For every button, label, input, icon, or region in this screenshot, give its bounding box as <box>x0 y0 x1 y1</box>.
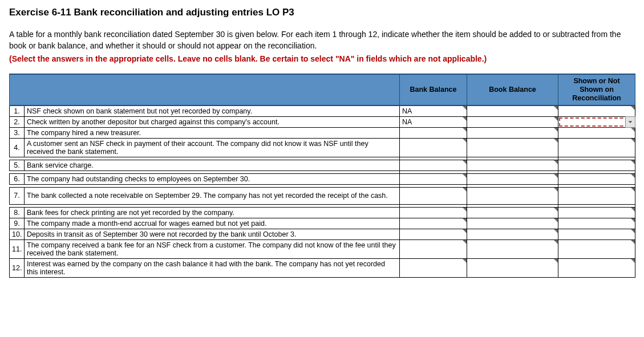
bank-balance-cell[interactable] <box>400 258 467 277</box>
shown-balance-cell[interactable] <box>558 138 635 157</box>
dropdown-indicator-icon <box>631 218 635 222</box>
dropdown-indicator-icon <box>463 259 467 263</box>
bank-balance-cell[interactable] <box>400 218 467 229</box>
shown-balance-cell[interactable] <box>558 207 635 218</box>
book-balance-cell[interactable] <box>467 173 558 184</box>
header-bank-balance: Bank Balance <box>400 74 467 105</box>
shown-balance-cell[interactable] <box>558 218 635 229</box>
shown-balance-cell[interactable] <box>558 239 635 258</box>
book-balance-cell[interactable] <box>467 127 558 138</box>
shown-balance-cell[interactable] <box>558 258 635 277</box>
shown-balance-cell[interactable] <box>558 187 635 204</box>
book-balance-cell[interactable] <box>467 187 558 204</box>
shown-balance-cell[interactable] <box>558 160 635 170</box>
dropdown-indicator-icon <box>631 240 635 244</box>
bank-balance-cell[interactable] <box>400 187 467 204</box>
bank-balance-cell[interactable] <box>400 138 467 157</box>
header-desc <box>10 74 400 105</box>
dropdown-indicator-icon <box>631 174 635 178</box>
dropdown-indicator-icon <box>463 229 467 233</box>
row-description: The company received a bank fee for an N… <box>25 239 400 258</box>
row-number: 10. <box>10 229 25 239</box>
dropdown-indicator-icon <box>463 139 467 143</box>
bank-balance-cell[interactable]: NA <box>400 105 467 117</box>
instructions-bold: (Select the answers in the appropriate c… <box>9 54 635 63</box>
shown-balance-cell[interactable] <box>558 116 635 127</box>
bank-balance-cell[interactable] <box>400 239 467 258</box>
row-number: 2. <box>10 116 25 127</box>
book-balance-cell[interactable] <box>467 138 558 157</box>
chevron-down-icon[interactable] <box>625 116 635 128</box>
dropdown-indicator-icon <box>631 160 635 164</box>
dropdown-indicator-icon <box>631 259 635 263</box>
dropdown-indicator-icon <box>554 208 558 212</box>
dropdown-indicator-icon <box>554 160 558 164</box>
bank-balance-value: NA <box>402 118 412 126</box>
dropdown-indicator-icon <box>554 229 558 233</box>
bank-balance-cell[interactable] <box>400 207 467 218</box>
row-number: 1. <box>10 105 25 117</box>
instructions-text: A table for a monthly bank reconciliatio… <box>9 29 635 52</box>
row-description: Interest was earned by the company on th… <box>25 258 400 277</box>
book-balance-cell[interactable] <box>467 160 558 170</box>
row-number: 12. <box>10 258 25 277</box>
dropdown-indicator-icon <box>463 174 467 178</box>
row-description: The company had outstanding checks to em… <box>25 173 400 184</box>
row-description: The company hired a new treasurer. <box>25 127 400 138</box>
book-balance-cell[interactable] <box>467 218 558 229</box>
row-number: 3. <box>10 127 25 138</box>
dropdown-indicator-icon <box>463 160 467 164</box>
row-number: 4. <box>10 138 25 157</box>
row-description: Check written by another depositor but c… <box>25 116 400 127</box>
dropdown-indicator-icon <box>463 128 467 132</box>
book-balance-cell[interactable] <box>467 229 558 239</box>
book-balance-cell[interactable] <box>467 239 558 258</box>
dropdown-indicator-icon <box>631 139 635 143</box>
shown-balance-cell[interactable] <box>558 127 635 138</box>
dropdown-indicator-icon <box>631 128 635 132</box>
dropdown-indicator-icon <box>463 218 467 222</box>
header-book-balance: Book Balance <box>467 74 558 105</box>
bank-balance-value: NA <box>402 107 412 115</box>
shown-balance-cell[interactable] <box>558 229 635 239</box>
row-number: 11. <box>10 239 25 258</box>
bank-balance-cell[interactable] <box>400 160 467 170</box>
dropdown-indicator-icon <box>554 174 558 178</box>
bank-balance-cell[interactable] <box>400 173 467 184</box>
dropdown-indicator-icon <box>554 117 558 121</box>
row-description: Bank fees for check printing are not yet… <box>25 207 400 218</box>
row-number: 8. <box>10 207 25 218</box>
dropdown-indicator-icon <box>554 240 558 244</box>
dropdown-indicator-icon <box>463 240 467 244</box>
book-balance-cell[interactable] <box>467 258 558 277</box>
bank-balance-cell[interactable] <box>400 127 467 138</box>
shown-balance-cell[interactable] <box>558 173 635 184</box>
dropdown-indicator-icon <box>554 128 558 132</box>
book-balance-cell[interactable] <box>467 116 558 127</box>
bank-balance-cell[interactable]: NA <box>400 116 467 127</box>
row-number: 9. <box>10 218 25 229</box>
dropdown-indicator-icon <box>463 208 467 212</box>
row-description: The company made a month-end accrual for… <box>25 218 400 229</box>
dropdown-indicator-icon <box>631 229 635 233</box>
dropdown-indicator-icon <box>631 106 635 110</box>
dropdown-indicator-icon <box>463 106 467 110</box>
row-description: NSF check shown on bank statement but no… <box>25 105 400 117</box>
row-description: A customer sent an NSF check in payment … <box>25 138 400 157</box>
dropdown-indicator-icon <box>554 218 558 222</box>
header-shown: Shown or Not Shown on Reconciliation <box>558 74 635 105</box>
dropdown-indicator-icon <box>463 188 467 192</box>
dropdown-indicator-icon <box>554 139 558 143</box>
row-number: 6. <box>10 173 25 184</box>
shown-balance-cell[interactable] <box>558 105 635 117</box>
dropdown-indicator-icon <box>554 188 558 192</box>
reconciliation-table: Bank Balance Book Balance Shown or Not S… <box>9 74 635 278</box>
dropdown-indicator-icon <box>631 188 635 192</box>
book-balance-cell[interactable] <box>467 207 558 218</box>
dropdown-indicator-icon <box>631 208 635 212</box>
bank-balance-cell[interactable] <box>400 229 467 239</box>
dropdown-indicator-icon <box>554 106 558 110</box>
row-number: 5. <box>10 160 25 170</box>
row-description: Deposits in transit as of September 30 w… <box>25 229 400 239</box>
book-balance-cell[interactable] <box>467 105 558 117</box>
